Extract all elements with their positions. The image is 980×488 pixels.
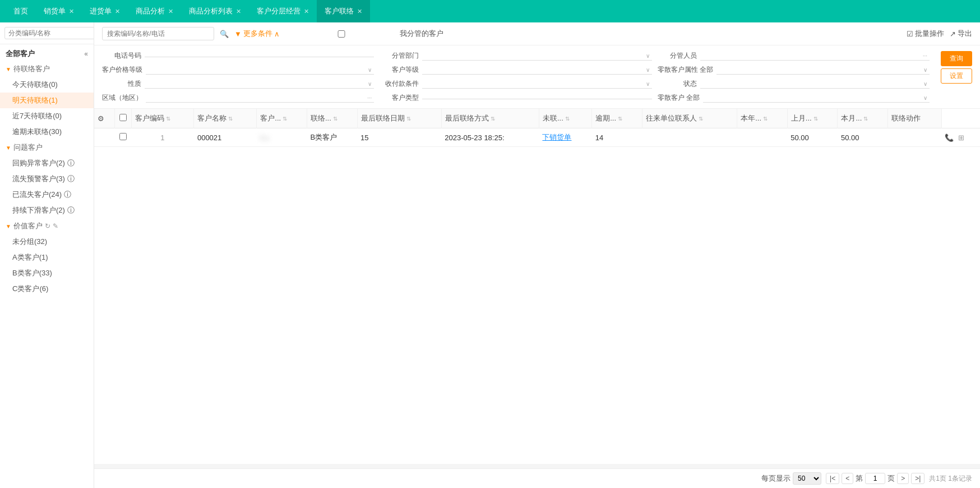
close-icon[interactable]: ✕ — [357, 8, 362, 15]
filter-input-nature[interactable]: ∨ — [145, 80, 374, 89]
chevron-down-icon: ∨ — [923, 95, 927, 101]
sort-icon[interactable]: ⇅ — [699, 116, 703, 122]
col-action: 联络动作 — [888, 109, 942, 128]
export-btn[interactable]: ↗ 导出 — [950, 29, 972, 39]
filter-input-dept[interactable]: ∨ — [422, 52, 651, 61]
main-layout: 🔍 全部客户 « ▼ 待联络客户 今天待联络(0) 明天待联络(1) 近7天待联… — [0, 22, 980, 488]
sidebar-item-lost-customer[interactable]: 已流失客户(24) ⓘ — [0, 187, 94, 202]
my-customers-checkbox[interactable]: 我分管的客户 — [285, 29, 443, 39]
next-page-btn[interactable]: > — [897, 473, 909, 484]
nav-customer-tier[interactable]: 客户分层经营 ✕ — [249, 0, 317, 22]
search-input[interactable] — [102, 27, 214, 40]
sidebar-item-today-contact[interactable]: 今天待联络(0) — [0, 77, 94, 93]
sidebar-item-declining-customer[interactable]: 持续下滑客户(2) ⓘ — [0, 202, 94, 218]
group-pending-contact[interactable]: ▼ 待联络客户 — [0, 61, 94, 77]
close-icon[interactable]: ✕ — [115, 8, 120, 15]
filter-cell-phone: 电话号码 — [102, 51, 374, 61]
dots-icon: ··· — [923, 53, 927, 59]
sort-icon[interactable]: ⇅ — [565, 116, 570, 122]
close-icon[interactable]: ✕ — [168, 8, 173, 15]
all-customers-header[interactable]: 全部客户 « — [0, 44, 94, 61]
sidebar-item-tomorrow-contact[interactable]: 明天待联络(1) — [0, 93, 94, 108]
sidebar-item-b-customer[interactable]: B类客户(33) — [0, 265, 94, 281]
sort-icon[interactable]: ⇅ — [166, 116, 170, 122]
prev-page-btn[interactable]: < — [842, 473, 853, 484]
filter-label-person: 分管人员 — [658, 51, 697, 61]
nav-product-analysis[interactable]: 商品分析 ✕ — [128, 0, 181, 22]
table-row: 1 000021 Ea B类客户 15 2023-05-23 18:25: 下销… — [94, 128, 980, 147]
close-icon[interactable]: ✕ — [236, 8, 241, 15]
footer: 每页显示 50 100 |< < 第 页 > >| 共1页 1条记录 — [94, 468, 980, 488]
filter-input-status[interactable]: ∨ — [700, 80, 930, 89]
contact-method-link[interactable]: 下销货单 — [542, 133, 571, 141]
sidebar-item-a-customer[interactable]: A类客户(1) — [0, 250, 94, 265]
sidebar-item-churn-warning[interactable]: 流失预警客户(3) ⓘ — [0, 171, 94, 187]
filter-bar: 🔍 ▼ 更多条件 ∧ 我分管的客户 ☑ 批量操作 ↗ 导出 — [94, 22, 980, 45]
sidebar-item-ungroup[interactable]: 未分组(32) — [0, 234, 94, 250]
nav-home[interactable]: 首页 — [6, 0, 36, 22]
filter-input-region[interactable]: ··· — [146, 94, 374, 103]
sidebar-item-overdue-contact[interactable]: 逾期未联络(30) — [0, 124, 94, 140]
filter-input-retail-attr[interactable]: ∨ — [716, 66, 930, 75]
row-last-contact-date: 2023-05-23 18:25: — [441, 128, 539, 147]
sort-icon[interactable]: ⇅ — [283, 116, 287, 122]
sort-icon[interactable]: ⇅ — [333, 116, 338, 122]
row-select-checkbox[interactable] — [119, 133, 127, 140]
gear-icon[interactable]: ⚙ — [98, 114, 104, 123]
nav-sales-order[interactable]: 销货单 ✕ — [36, 0, 82, 22]
group-value-customer[interactable]: ▼ 价值客户 ↻ ✎ — [0, 218, 94, 234]
sidebar-item-c-customer[interactable]: C类客户(6) — [0, 281, 94, 297]
close-icon[interactable]: ✕ — [69, 8, 74, 15]
filter-input-customer-level[interactable]: ∨ — [422, 66, 651, 75]
sidebar-item-repurchase-abnormal[interactable]: 回购异常客户(2) ⓘ — [0, 155, 94, 171]
filter-input-retail-customer[interactable]: ∨ — [703, 94, 930, 103]
action-grid-icon[interactable]: ⊞ — [958, 133, 964, 142]
page-size-select[interactable]: 50 100 — [793, 472, 821, 485]
close-icon[interactable]: ✕ — [304, 8, 309, 15]
filter-input-person[interactable]: ··· — [700, 52, 930, 61]
sort-icon[interactable]: ⇅ — [618, 116, 622, 122]
group-problem-customer[interactable]: ▼ 问题客户 — [0, 140, 94, 155]
my-customers-check[interactable] — [285, 30, 397, 38]
filter-label-dept: 分管部门 — [380, 51, 419, 61]
col-gear[interactable]: ⚙ — [94, 109, 114, 128]
sort-icon[interactable]: ⇅ — [406, 116, 411, 122]
nav-purchase-order[interactable]: 进货单 ✕ — [82, 0, 128, 22]
page-input[interactable] — [865, 473, 885, 484]
row-contact-count: 15 — [357, 128, 441, 147]
batch-operation-btn[interactable]: ☑ 批量操作 — [907, 29, 944, 39]
sort-icon[interactable]: ⇅ — [863, 116, 868, 122]
sort-icon[interactable]: ⇅ — [813, 116, 818, 122]
nav-customer-contact[interactable]: 客户联络 ✕ — [317, 0, 370, 22]
filter-input-payment[interactable]: ∨ — [422, 80, 651, 89]
table-header-row: ⚙ 客户编码⇅ 客户名称⇅ 客户...⇅ — [94, 109, 980, 128]
filter-input-price-level[interactable]: ∨ — [146, 66, 374, 75]
edit-icon[interactable]: ✎ — [53, 222, 58, 230]
sort-icon[interactable]: ⇅ — [763, 116, 768, 122]
sort-icon[interactable]: ⇅ — [491, 116, 495, 122]
query-button[interactable]: 查询 — [941, 51, 972, 66]
sidebar-item-7day-contact[interactable]: 近7天待联络(0) — [0, 108, 94, 124]
dots-icon: ··· — [367, 95, 372, 101]
more-conditions-btn[interactable]: ▼ 更多条件 ∧ — [234, 29, 280, 39]
filter-input-phone[interactable] — [145, 54, 374, 57]
sidebar-search-input[interactable] — [4, 27, 94, 39]
filter-input-customer-type[interactable] — [422, 96, 651, 99]
refresh-icon[interactable]: ↻ — [45, 222, 50, 230]
search-icon[interactable]: 🔍 — [220, 30, 229, 38]
col-customer-name: 客户名称⇅ — [194, 109, 257, 128]
page-label: 第 — [856, 473, 863, 484]
row-uncontact-days: 14 — [592, 128, 642, 147]
action-phone-icon[interactable]: 📞 — [945, 133, 954, 142]
filter-cell-retail-customer: 零散客户 全部 ∨ — [658, 93, 930, 103]
row-name: Ea — [257, 128, 307, 147]
sort-icon[interactable]: ⇅ — [228, 116, 233, 122]
nav-product-analysis-list[interactable]: 商品分析列表 ✕ — [181, 0, 249, 22]
last-page-btn[interactable]: >| — [911, 473, 924, 484]
first-page-btn[interactable]: |< — [826, 473, 839, 484]
select-all-checkbox[interactable] — [119, 114, 127, 121]
scrollbar[interactable] — [94, 464, 980, 468]
collapse-icon[interactable]: « — [84, 50, 88, 58]
settings-button[interactable]: 设置 — [941, 68, 972, 84]
table-body: 1 000021 Ea B类客户 15 2023-05-23 18:25: 下销… — [94, 128, 980, 147]
